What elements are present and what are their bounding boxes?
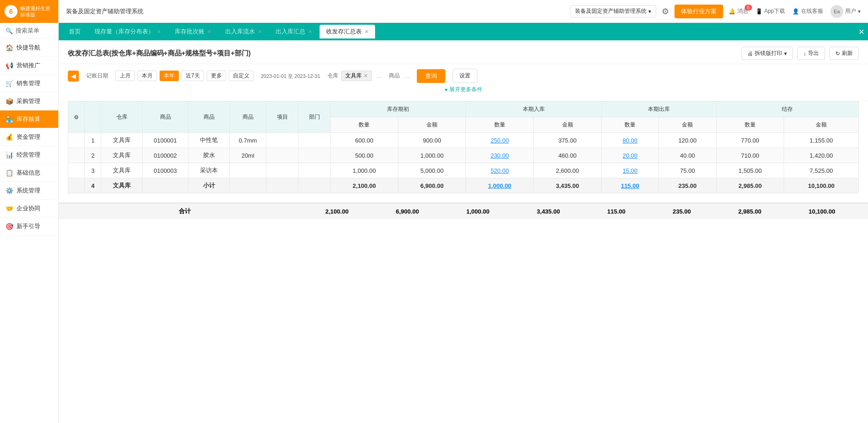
col-warehouse-header: 仓库 [101,102,143,133]
trial-button[interactable]: 体验行业方案 [674,5,723,18]
footer-total-label: 合计 [68,207,302,215]
data-table: ⚙ 仓库 商品 商品 商品 项目 部门 库存期初 本期入库 本期出库 结存 [68,101,859,193]
footer-bal-amt: 10,100.00 [809,208,835,215]
user-avatar: Ea [830,5,843,18]
print-button[interactable]: 🖨 拆镁版打印 ▾ [741,47,793,60]
tab-batch[interactable]: 库存批次账 ✕ [168,25,218,38]
filter-settings-button[interactable]: 设置 [453,69,477,83]
footer-begin-qty: 2,100.00 [326,208,349,215]
date-btn-more[interactable]: 更多 [207,71,226,81]
cart-icon: 🛒 [6,80,13,87]
print-icon: 🖨 [747,50,753,57]
table-settings-icon[interactable]: ⚙ [74,114,79,121]
sidebar-item-sales[interactable]: 🛒 销售管理 [0,75,58,93]
chevron-down-icon: ▾ [445,87,448,93]
sidebar-item-basic-info[interactable]: 📋 基础信息 [0,164,58,182]
export-icon: ↓ [803,50,806,57]
topbar-right: 🔔 消息 6 📱 App下载 👤 在线客服 Ea 用户 ▾ [729,5,861,18]
service-icon: 👤 [792,8,799,15]
remove-warehouse-icon[interactable]: ✕ [364,73,368,79]
chevron-down-icon: ▾ [648,8,651,15]
col-spec-header: 商品 [230,102,266,133]
footer-bal-qty: 2,985.00 [738,208,762,215]
tab-inventory-dist[interactable]: 现存量（库存分布表） ✕ [88,25,167,38]
money-icon: 💰 [6,133,13,141]
sidebar-item-purchase[interactable]: 📦 采购管理 [0,93,58,110]
messages-button[interactable]: 🔔 消息 6 [729,7,748,15]
col-project-header: 项目 [266,102,299,133]
tab-close-icon[interactable]: ✕ [207,29,211,35]
settings-icon[interactable]: ⚙ [662,6,669,16]
tab-inout-summary[interactable]: 出入库汇总 ✕ [269,25,319,38]
chevron-down-icon: ▾ [858,8,861,15]
date-range-display: 2023-01-01 至 2023-12-31 [261,73,321,80]
logo-icon: 6 [5,5,17,18]
table-footer: 合计 2,100.00 6,900.00 1,000.00 3,435.00 1… [59,203,868,219]
bell-icon: 🔔 [729,8,735,15]
date-label: 记账日期 [86,72,108,80]
sidebar-item-quick-nav[interactable]: 🏠 快捷导航 [0,39,58,57]
warehouse-more-button[interactable]: ... [376,72,381,79]
bal-qty-header: 数量 [716,117,784,133]
tab-recv-send-summary[interactable]: 收发存汇总表 ✕ [320,25,375,38]
col-name-header: 商品 [188,102,230,133]
table-container: ⚙ 仓库 商品 商品 商品 项目 部门 库存期初 本期入库 本期出库 结存 [59,101,868,203]
warehouse-filter: 仓库 文具库 ✕ ... [327,71,381,81]
goods-more-button[interactable]: ... [404,72,409,79]
tab-inout-flow[interactable]: 出入库流水 ✕ [219,25,268,38]
date-btn-7days[interactable]: 近7天 [182,71,204,81]
tab-close-icon[interactable]: ✕ [258,29,262,35]
col-period-begin-header: 库存期初 [331,102,466,117]
sidebar-item-beginner[interactable]: 🎯 新手引导 [0,218,58,236]
tab-home[interactable]: 首页 [62,25,87,38]
table-row: 1文具库0100001中性笔0.7mm600.00900.00250.00375… [68,133,859,148]
sidebar-item-operations[interactable]: 📊 经营管理 [0,146,58,164]
handshake-icon: 🤝 [6,205,13,212]
sidebar-search[interactable]: 🔍 搜索菜单 [0,23,58,39]
sidebar-item-finance[interactable]: 💰 资金管理 [0,128,58,146]
sidebar-item-marketing[interactable]: 📢 营销推广 [0,57,58,75]
app-download-button[interactable]: 📱 App下载 [756,7,785,15]
date-btn-custom[interactable]: 自定义 [229,71,254,81]
app-logo: 6 畅捷通好生意 标准版 [0,0,58,23]
date-btn-last-month[interactable]: 上月 [116,71,135,81]
expand-more-button[interactable]: ▾ 展开更多条件 [68,83,859,96]
main-content: 装备及固定资产辅助管理系统 装备及固定资产辅助管理系统 ▾ ⚙ 体验行业方案 🔔… [59,0,868,423]
close-all-tabs-icon[interactable]: ✕ [858,27,864,36]
export-button[interactable]: ↓ 导出 [797,47,825,60]
warehouse-tag: 文具库 ✕ [341,71,372,81]
sidebar-item-inventory[interactable]: 🏪 库存核算 [0,110,58,128]
col-settings-header: ⚙ [68,102,85,133]
user-menu[interactable]: Ea 用户 ▾ [830,5,861,18]
footer-values: 2,100.00 6,900.00 1,000.00 3,435.00 115.… [302,208,859,215]
footer-begin-amt: 6,900.00 [396,208,419,215]
chart-icon: 📊 [6,151,13,159]
date-options: 上月 本月 本年 近7天 更多 自定义 [116,71,254,81]
goods-filter: 商品 ... [389,72,409,80]
col-code-header: 商品 [143,102,188,133]
tab-close-icon[interactable]: ✕ [308,29,312,35]
filter-area: ◀ 记账日期 上月 本月 本年 近7天 更多 自定义 2023-01-01 至 … [59,64,868,101]
footer-out-amt: 235.00 [673,208,691,215]
page-title: 收发存汇总表(按仓库+商品编码+商品+规格型号+项目+部门) [68,49,251,58]
chevron-down-icon: ▾ [784,50,787,57]
megaphone-icon: 📢 [6,62,13,69]
sidebar-item-collab[interactable]: 🤝 企业协同 [0,200,58,218]
tab-close-icon[interactable]: ✕ [365,29,369,35]
col-num-header [85,102,101,133]
filter-collapse-button[interactable]: ◀ [68,71,79,82]
goods-label: 商品 [389,72,400,80]
footer-in-qty: 1,000.00 [466,208,490,215]
table-row: 3文具库0100003采访本1,000.005,000.00520.002,60… [68,163,859,178]
system-dropdown[interactable]: 装备及固定资产辅助管理系统 ▾ [570,5,656,17]
footer-in-amt: 3,435.00 [537,208,560,215]
date-btn-this-year[interactable]: 本年 [160,71,179,81]
box-icon: 📦 [6,98,13,105]
tab-close-icon[interactable]: ✕ [157,29,161,35]
online-service-button[interactable]: 👤 在线客服 [792,7,823,15]
sidebar-item-system[interactable]: ⚙️ 系统管理 [0,182,58,200]
date-btn-this-month[interactable]: 本月 [138,71,157,81]
query-button[interactable]: 查询 [417,69,445,83]
warehouse-label: 仓库 [327,72,338,80]
refresh-button[interactable]: ↻ 刷新 [829,47,859,60]
